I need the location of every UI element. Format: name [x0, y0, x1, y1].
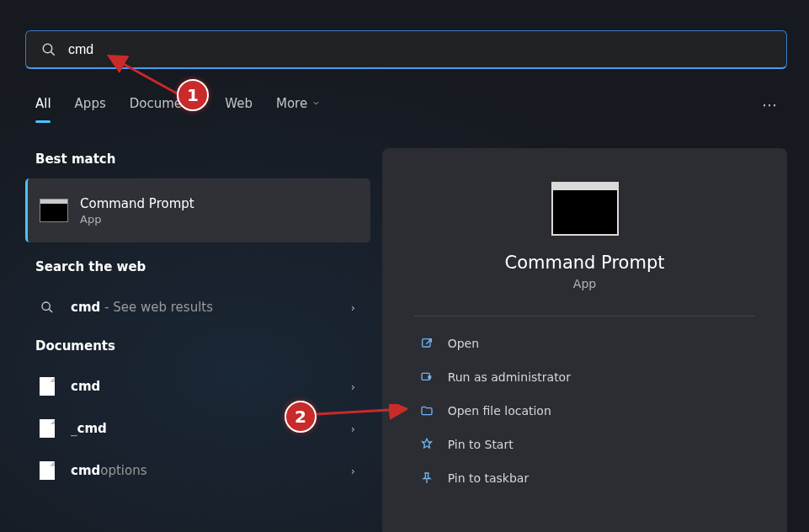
file-icon — [37, 377, 57, 396]
action-pin-to-taskbar[interactable]: Pin to taskbar — [414, 461, 756, 495]
pin-icon — [419, 471, 434, 485]
detail-title: Command Prompt — [505, 253, 665, 273]
divider — [414, 316, 756, 317]
svg-point-0 — [43, 44, 52, 53]
action-open-file-location[interactable]: Open file location — [414, 394, 756, 428]
web-result-row[interactable]: cmd - See web results › — [25, 286, 370, 328]
document-result[interactable]: _cmd › — [25, 407, 370, 450]
section-best-match: Best match — [35, 152, 370, 167]
best-match-title: Command Prompt — [80, 196, 194, 211]
action-label: Open file location — [448, 404, 551, 418]
search-bar[interactable] — [25, 30, 787, 69]
document-name: _cmd — [71, 421, 107, 436]
best-match-result[interactable]: Command Prompt App — [25, 178, 370, 242]
action-label: Pin to Start — [448, 438, 514, 451]
detail-panel: Command Prompt App Open Run as administr… — [382, 148, 787, 532]
svg-line-1 — [51, 51, 55, 55]
folder-icon — [419, 404, 434, 418]
file-icon — [37, 419, 57, 438]
action-list: Open Run as administrator Open file loca… — [414, 327, 756, 495]
annotation-badge-1: 1 — [177, 79, 209, 111]
chevron-right-icon: › — [351, 380, 355, 393]
chevron-right-icon: › — [351, 301, 355, 314]
tab-web[interactable]: Web — [225, 96, 253, 111]
section-search-web: Search the web — [35, 259, 370, 274]
chevron-down-icon — [311, 96, 321, 111]
search-icon — [41, 42, 56, 57]
command-prompt-icon — [40, 199, 68, 222]
action-label: Open — [448, 337, 479, 350]
svg-line-3 — [49, 309, 52, 312]
chevron-right-icon: › — [351, 423, 355, 435]
action-pin-to-start[interactable]: Pin to Start — [414, 428, 756, 461]
document-name: cmd — [71, 379, 100, 394]
action-label: Pin to taskbar — [448, 471, 530, 485]
results-column: Best match Command Prompt App Search the… — [25, 152, 370, 492]
action-label: Run as administrator — [448, 370, 571, 384]
best-match-subtitle: App — [80, 213, 194, 226]
svg-point-2 — [42, 302, 50, 310]
tab-more-label: More — [276, 96, 307, 111]
action-open[interactable]: Open — [414, 327, 756, 360]
shield-admin-icon — [419, 370, 434, 384]
overflow-menu-button[interactable]: ⋯ — [762, 96, 779, 114]
best-match-text: Command Prompt App — [80, 196, 194, 226]
web-result-text: cmd - See web results — [71, 300, 213, 315]
annotation-badge-2: 2 — [285, 401, 317, 433]
web-suffix: - See web results — [100, 300, 213, 315]
tab-more[interactable]: More — [276, 96, 321, 111]
action-run-as-administrator[interactable]: Run as administrator — [414, 360, 756, 394]
tab-apps[interactable]: Apps — [75, 96, 106, 111]
search-input[interactable] — [68, 42, 771, 57]
document-result[interactable]: cmd › — [25, 365, 370, 407]
pin-icon — [419, 438, 434, 451]
chevron-right-icon: › — [351, 465, 355, 477]
tab-all[interactable]: All — [35, 96, 51, 111]
command-prompt-icon — [551, 182, 619, 236]
detail-subtitle: App — [573, 277, 596, 290]
search-icon — [37, 301, 57, 314]
document-result[interactable]: cmdoptions › — [25, 450, 370, 492]
document-name: cmdoptions — [71, 463, 147, 478]
file-icon — [37, 461, 57, 480]
svg-rect-4 — [422, 339, 429, 347]
web-query: cmd — [71, 300, 100, 315]
open-icon — [419, 337, 434, 350]
section-documents: Documents — [35, 338, 370, 354]
